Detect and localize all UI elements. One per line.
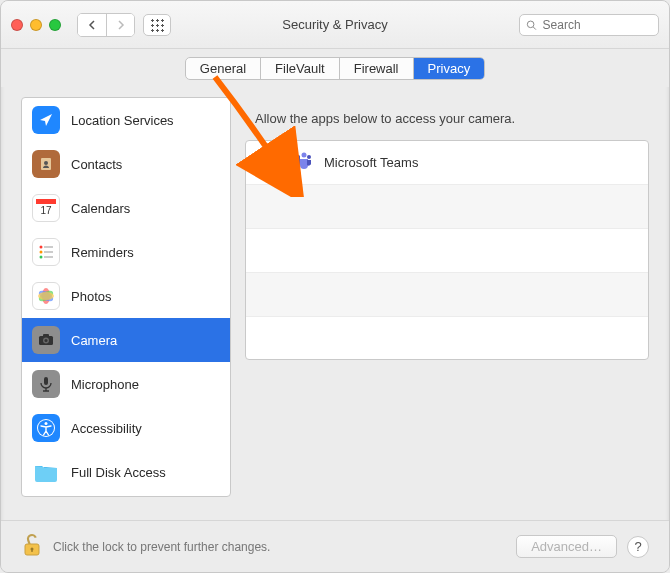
svg-point-11 <box>40 256 43 259</box>
permission-checkbox[interactable] <box>260 155 276 171</box>
help-button[interactable]: ? <box>627 536 649 558</box>
privacy-category-list[interactable]: Location Services Contacts 17 Calendars … <box>21 97 231 497</box>
calendar-icon: 17 <box>32 194 60 222</box>
svg-point-26 <box>45 422 48 425</box>
sidebar-item-photos[interactable]: Photos <box>22 274 230 318</box>
instruction-text: Allow the apps below to access your came… <box>245 97 649 140</box>
accessibility-icon <box>32 414 60 442</box>
contacts-icon <box>32 150 60 178</box>
svg-rect-21 <box>44 377 48 385</box>
sidebar-item-label: Accessibility <box>71 421 142 436</box>
microphone-icon <box>32 370 60 398</box>
svg-text:T: T <box>292 157 297 166</box>
svg-point-16 <box>38 292 54 300</box>
segmented-tabs: General FileVault Firewall Privacy <box>185 57 485 80</box>
sidebar-item-label: Microphone <box>71 377 139 392</box>
folder-icon <box>32 458 60 486</box>
sidebar-item-full-disk[interactable]: Full Disk Access <box>22 450 230 494</box>
reminders-icon <box>32 238 60 266</box>
detail-pane: Allow the apps below to access your came… <box>245 97 649 520</box>
sidebar-item-label: Location Services <box>71 113 174 128</box>
lock-text: Click the lock to prevent further change… <box>53 540 270 554</box>
app-name: Microsoft Teams <box>324 155 418 170</box>
app-row-empty <box>246 229 648 273</box>
zoom-window-icon[interactable] <box>49 19 61 31</box>
forward-button[interactable] <box>106 14 134 36</box>
sidebar-item-contacts[interactable]: Contacts <box>22 142 230 186</box>
preferences-window: Security & Privacy General FileVault Fir… <box>0 0 670 573</box>
svg-rect-4 <box>36 199 56 204</box>
sidebar-item-location[interactable]: Location Services <box>22 98 230 142</box>
lock-icon[interactable] <box>21 532 43 561</box>
app-permission-list: T Microsoft Teams <box>245 140 649 360</box>
sidebar-item-accessibility[interactable]: Accessibility <box>22 406 230 450</box>
teams-icon: T <box>288 149 312 176</box>
sidebar-item-label: Reminders <box>71 245 134 260</box>
svg-point-30 <box>307 155 311 159</box>
svg-text:17: 17 <box>40 205 52 216</box>
window-controls <box>11 19 61 31</box>
app-row-empty <box>246 273 648 317</box>
tabbar: General FileVault Firewall Privacy <box>1 49 669 87</box>
app-row-empty <box>246 185 648 229</box>
svg-rect-8 <box>44 246 53 248</box>
photos-icon <box>32 282 60 310</box>
minimize-window-icon[interactable] <box>30 19 42 31</box>
advanced-button[interactable]: Advanced… <box>516 535 617 558</box>
sidebar-item-reminders[interactable]: Reminders <box>22 230 230 274</box>
sidebar-item-calendars[interactable]: 17 Calendars <box>22 186 230 230</box>
svg-point-3 <box>44 161 48 165</box>
close-window-icon[interactable] <box>11 19 23 31</box>
sidebar-item-camera[interactable]: Camera <box>22 318 230 362</box>
svg-point-19 <box>45 339 48 342</box>
location-icon <box>32 106 60 134</box>
footer: Click the lock to prevent further change… <box>1 520 669 572</box>
nav-buttons <box>77 13 135 37</box>
svg-point-7 <box>40 246 43 249</box>
svg-rect-33 <box>31 549 32 552</box>
tab-firewall[interactable]: Firewall <box>339 58 413 79</box>
search-input[interactable] <box>541 17 652 33</box>
svg-line-1 <box>533 26 536 29</box>
grid-icon <box>150 18 164 32</box>
sidebar-item-label: Full Disk Access <box>71 465 166 480</box>
svg-point-29 <box>302 153 307 158</box>
app-row: T Microsoft Teams <box>246 141 648 185</box>
tab-privacy[interactable]: Privacy <box>413 58 485 79</box>
sidebar-item-microphone[interactable]: Microphone <box>22 362 230 406</box>
titlebar: Security & Privacy <box>1 1 669 49</box>
svg-rect-10 <box>44 251 53 253</box>
svg-point-0 <box>527 21 534 28</box>
tab-filevault[interactable]: FileVault <box>260 58 339 79</box>
sidebar-item-label: Camera <box>71 333 117 348</box>
sidebar-item-label: Calendars <box>71 201 130 216</box>
content-area: Location Services Contacts 17 Calendars … <box>1 87 669 520</box>
sidebar-item-label: Contacts <box>71 157 122 172</box>
svg-rect-12 <box>44 256 53 258</box>
back-button[interactable] <box>78 14 106 36</box>
sidebar-item-label: Photos <box>71 289 111 304</box>
svg-rect-20 <box>43 334 49 337</box>
svg-point-9 <box>40 251 43 254</box>
tab-general[interactable]: General <box>186 58 260 79</box>
show-all-button[interactable] <box>143 14 171 36</box>
app-row-empty <box>246 317 648 361</box>
camera-icon <box>32 326 60 354</box>
search-field[interactable] <box>519 14 659 36</box>
